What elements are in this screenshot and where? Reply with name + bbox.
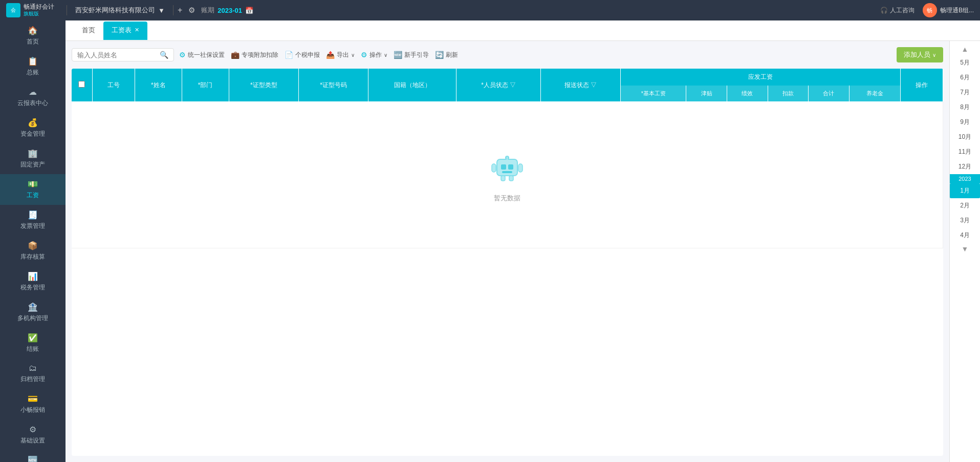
sidebar-label-salary: 工资 bbox=[27, 191, 39, 200]
asset-icon: 🏢 bbox=[28, 149, 38, 158]
empty-state-row: 暂无数据 bbox=[72, 101, 943, 248]
th-pension: 养老金 bbox=[849, 86, 900, 101]
company-selector[interactable]: 西安虾米网络科技有限公司 ▼ bbox=[71, 4, 169, 17]
cloud-icon: ☁ bbox=[29, 87, 37, 97]
sidebar-item-invoice[interactable]: 🧾 发票管理 bbox=[0, 205, 66, 236]
filter-icon-person[interactable]: ▽ bbox=[510, 81, 516, 89]
filter-icon-report[interactable]: ▽ bbox=[591, 81, 597, 89]
svg-rect-8 bbox=[501, 176, 505, 181]
page-content: 🔍 ⚙ 统一社保设置 💼 专项附加扣除 📄 个税申报 bbox=[66, 41, 980, 462]
refresh-btn[interactable]: 🔄 刷新 bbox=[435, 51, 458, 59]
add-company-btn[interactable]: + bbox=[178, 6, 182, 15]
personal-tax-btn[interactable]: 📄 个税申报 bbox=[285, 51, 320, 59]
social-insurance-btn[interactable]: ⚙ 统一社保设置 bbox=[179, 51, 225, 59]
sidebar-item-inventory[interactable]: 📦 库存核算 bbox=[0, 236, 66, 266]
sidebar-label-inventory: 库存核算 bbox=[20, 253, 45, 261]
th-salary-group: 应发工资 bbox=[621, 69, 900, 86]
sidebar-item-expense[interactable]: 💳 小畅报销 bbox=[0, 389, 66, 419]
scroll-up-btn[interactable]: ▲ bbox=[950, 43, 980, 55]
content-area: 首页 工资表 ✕ 🔍 ⚙ 统一社保设置 bbox=[66, 20, 980, 462]
top-bar: 会 畅通好会计 旗舰版 西安虾米网络科技有限公司 ▼ + ⚙ 账期 2023-0… bbox=[0, 0, 980, 20]
add-dropdown-arrow: ∨ bbox=[932, 52, 936, 58]
service-btn[interactable]: 🎧 人工咨询 bbox=[880, 6, 914, 15]
sidebar-item-fund[interactable]: 💰 资金管理 bbox=[0, 113, 66, 143]
month-item-2023-01[interactable]: 1月 bbox=[950, 183, 980, 198]
th-operations: 操作 bbox=[900, 69, 943, 101]
export-label: 导出 bbox=[337, 51, 349, 59]
month-item-2022-06[interactable]: 6月 bbox=[950, 70, 980, 85]
sidebar-item-ledger[interactable]: 📋 总账 bbox=[0, 51, 66, 82]
sidebar-label-archive: 归档管理 bbox=[20, 375, 45, 384]
export-btn[interactable]: 📤 导出 ∨ bbox=[326, 51, 355, 59]
tab-close-btn[interactable]: ✕ bbox=[135, 27, 139, 33]
table-container: 工号 *姓名 *部门 *证型类型 *证型号码 国籍（地区） *人员状态 ▽ bbox=[72, 69, 943, 456]
month-item-2023-04[interactable]: 4月 bbox=[950, 228, 980, 243]
sidebar-item-cloud-report[interactable]: ☁ 云报表中心 bbox=[0, 82, 66, 113]
svg-rect-3 bbox=[502, 171, 512, 173]
sidebar: 🏠 首页 📋 总账 ☁ 云报表中心 💰 资金管理 🏢 固定资产 💵 工资 🧾 发… bbox=[0, 20, 66, 462]
sidebar-label-home: 首页 bbox=[27, 37, 39, 46]
divider-1 bbox=[67, 5, 67, 15]
th-nationality: 国籍（地区） bbox=[368, 69, 456, 101]
month-item-2022-09[interactable]: 9月 bbox=[950, 115, 980, 130]
sidebar-item-salary[interactable]: 💵 工资 bbox=[0, 174, 66, 205]
salary-table: 工号 *姓名 *部门 *证型类型 *证型号码 国籍（地区） *人员状态 ▽ bbox=[72, 69, 943, 248]
search-input[interactable] bbox=[77, 51, 157, 59]
personal-tax-label: 个税申报 bbox=[295, 51, 320, 59]
sidebar-item-settle[interactable]: ✅ 结账 bbox=[0, 328, 66, 359]
month-item-2022-05[interactable]: 5月 bbox=[950, 55, 980, 70]
svg-rect-1 bbox=[501, 164, 506, 170]
settings-sidebar-icon: ⚙ bbox=[29, 425, 36, 434]
salary-icon: 💵 bbox=[28, 179, 38, 189]
sidebar-label-settings: 基础设置 bbox=[20, 436, 45, 445]
tab-home[interactable]: 首页 bbox=[74, 22, 103, 40]
sidebar-item-home[interactable]: 🏠 首页 bbox=[0, 20, 66, 51]
add-person-btn[interactable]: 添加人员 ∨ bbox=[897, 47, 943, 62]
month-item-2022-08[interactable]: 8月 bbox=[950, 100, 980, 115]
scroll-down-btn[interactable]: ▼ bbox=[950, 243, 980, 255]
month-item-2022-12[interactable]: 12月 bbox=[950, 159, 980, 174]
month-item-2022-07[interactable]: 7月 bbox=[950, 85, 980, 100]
select-all-checkbox[interactable] bbox=[78, 81, 85, 88]
month-item-2023-02[interactable]: 2月 bbox=[950, 198, 980, 213]
th-checkbox[interactable] bbox=[72, 69, 92, 101]
sidebar-item-fixed-asset[interactable]: 🏢 固定资产 bbox=[0, 143, 66, 174]
month-item-2022-10[interactable]: 10月 bbox=[950, 130, 980, 144]
logo-text: 畅通好会计 旗舰版 bbox=[24, 3, 54, 17]
tab-salary-table[interactable]: 工资表 ✕ bbox=[103, 22, 147, 40]
user-info[interactable]: 畅 畅理通B组... bbox=[923, 3, 974, 17]
sidebar-item-tax[interactable]: 📊 税务管理 bbox=[0, 266, 66, 297]
th-id-type: *证型类型 bbox=[229, 69, 298, 101]
main-panel: 🔍 ⚙ 统一社保设置 💼 专项附加扣除 📄 个税申报 bbox=[66, 41, 949, 462]
sidebar-label-tax: 税务管理 bbox=[20, 283, 45, 292]
empty-state: 暂无数据 bbox=[77, 106, 938, 244]
app-logo: 会 畅通好会计 旗舰版 bbox=[6, 3, 54, 17]
calendar-icon[interactable]: 📅 bbox=[245, 7, 253, 14]
month-item-2022-11[interactable]: 11月 bbox=[950, 144, 980, 159]
month-panel: ▲ 5月 6月 7月 8月 9月 10月 11月 12月 2023 1月 2月 … bbox=[949, 41, 980, 462]
th-work-id: 工号 bbox=[92, 69, 135, 101]
search-box[interactable]: 🔍 bbox=[72, 48, 174, 61]
toolbar-actions: ⚙ 统一社保设置 💼 专项附加扣除 📄 个税申报 📤 bbox=[179, 51, 458, 59]
th-allowance: 津贴 bbox=[686, 86, 727, 101]
toolbar: 🔍 ⚙ 统一社保设置 💼 专项附加扣除 📄 个税申报 bbox=[72, 47, 943, 62]
sidebar-item-multi-org[interactable]: 🏦 多机构管理 bbox=[0, 297, 66, 328]
operations-btn[interactable]: ⚙ 操作 ∨ bbox=[361, 51, 387, 59]
th-performance: 绩效 bbox=[727, 86, 768, 101]
svg-rect-9 bbox=[509, 176, 513, 181]
sidebar-item-settings[interactable]: ⚙ 基础设置 bbox=[0, 419, 66, 450]
sidebar-item-archive[interactable]: 🗂 归档管理 bbox=[0, 359, 66, 389]
sidebar-item-guide[interactable]: 🆕 新手引导 bbox=[0, 450, 66, 462]
month-item-2023-03[interactable]: 3月 bbox=[950, 213, 980, 228]
new-guide-btn[interactable]: 🆕 新手引导 bbox=[394, 51, 429, 59]
settle-icon: ✅ bbox=[28, 333, 38, 343]
multi-org-icon: 🏦 bbox=[28, 302, 38, 312]
special-deduction-btn[interactable]: 💼 专项附加扣除 bbox=[231, 51, 278, 59]
settings-btn[interactable]: ⚙ bbox=[188, 6, 195, 15]
tab-home-label: 首页 bbox=[82, 26, 95, 35]
svg-rect-5 bbox=[507, 157, 508, 160]
divider-2 bbox=[173, 5, 173, 15]
ledger-icon: 📋 bbox=[28, 56, 38, 66]
sidebar-label-settle: 结账 bbox=[27, 345, 39, 353]
company-name: 西安虾米网络科技有限公司 bbox=[75, 6, 155, 15]
